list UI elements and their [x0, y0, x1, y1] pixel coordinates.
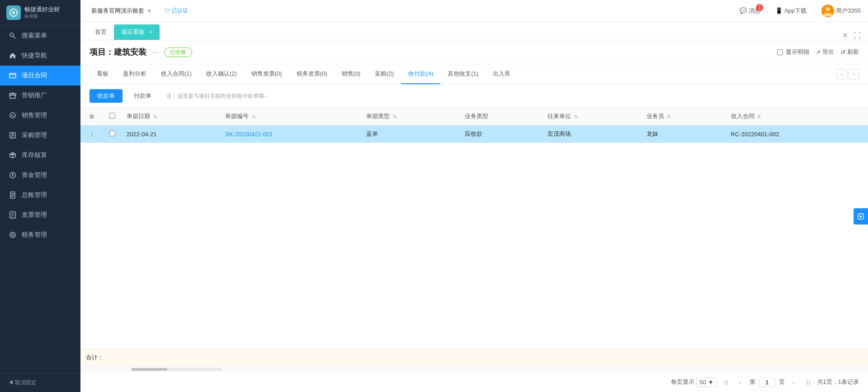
- account-selector[interactable]: 新服务官网演示账套 ▼: [88, 5, 156, 17]
- first-page-button[interactable]: ⟨⟨: [721, 377, 731, 387]
- row-counterparty: 宏茂商场: [542, 125, 641, 143]
- tab-home[interactable]: 首页: [88, 24, 114, 40]
- tab-bar: 首页 项目看板 × ✕ ⛶: [80, 22, 868, 40]
- project-name: 建筑安装: [114, 48, 146, 57]
- th-salesperson[interactable]: 业务员 ⇅: [641, 108, 726, 125]
- inner-tab-payment[interactable]: 付款单: [126, 89, 159, 103]
- export-label: 导出: [822, 48, 834, 56]
- subtab-kanban[interactable]: 看板: [90, 64, 116, 84]
- float-action-area: [854, 208, 868, 225]
- message-button[interactable]: 💬 消息 1: [740, 7, 760, 15]
- maximize-window-button[interactable]: ⛶: [854, 32, 861, 40]
- subtab-profit[interactable]: 盈利分析: [116, 64, 154, 84]
- sidebar-nav: 搜索菜单 快捷导航 项目合同 营销推广 销售管理: [0, 26, 80, 373]
- content: 项目：建筑安装 ··· 已生效 显示明细 ↗ 导出 ↺ 刷新: [80, 40, 868, 392]
- inner-tab-receipt[interactable]: 收款单: [90, 89, 123, 103]
- subtab-purchase[interactable]: 采购(2): [368, 64, 401, 84]
- show-detail-checkbox[interactable]: 显示明细: [777, 48, 809, 56]
- th-counterparty[interactable]: 往来单位 ⇅: [542, 108, 641, 125]
- table-row[interactable]: 1 2022-04-21 SK-20220421-001 蓝单 应收款 宏茂商场: [80, 125, 868, 143]
- subtabs: 看板 盈利分析 收入合同(1) 收入确认(2) 销售发票(0) 税务发票(0): [80, 64, 868, 85]
- float-action-button[interactable]: [854, 208, 868, 225]
- account-name: 新服务官网演示账套: [91, 7, 144, 15]
- scrollbar-thumb[interactable]: [131, 368, 167, 371]
- svg-rect-6: [10, 95, 15, 98]
- sort-type-icon: ⇅: [393, 114, 396, 119]
- total-info: 共1页，1条记录: [817, 378, 859, 386]
- subtab-other[interactable]: 其他收支(1): [440, 64, 486, 84]
- last-page-button[interactable]: ⟩⟩: [803, 377, 814, 387]
- project-more-button[interactable]: ···: [152, 48, 159, 57]
- sidebar: 畅捷通好业财 标准版 搜索菜单 快捷导航 项目合同 营销推广: [0, 0, 80, 392]
- th-number[interactable]: 单据编号 ⇅: [220, 108, 361, 125]
- prev-page-button[interactable]: ‹: [735, 377, 746, 387]
- invoice-icon: [8, 210, 17, 220]
- tab-project-board[interactable]: 项目看板 ×: [114, 24, 160, 40]
- gift-icon: [8, 91, 17, 100]
- sidebar-item-ledger[interactable]: 总账管理: [0, 185, 80, 205]
- th-settings[interactable]: ⚙: [80, 108, 103, 125]
- sidebar-item-purchase[interactable]: 采购管理: [0, 125, 80, 145]
- data-table: ⚙ 单据日期 ⇅ 单据编号 ⇅: [80, 108, 868, 143]
- subtab-income-confirm[interactable]: 收入确认(2): [199, 64, 244, 84]
- subtab-income-contract[interactable]: 收入合同(1): [154, 64, 199, 84]
- table-container: ⚙ 单据日期 ⇅ 单据编号 ⇅: [80, 108, 868, 349]
- sort-contract-icon: ⇅: [757, 114, 761, 119]
- sidebar-item-inventory[interactable]: 库存核算: [0, 145, 80, 165]
- user-button[interactable]: 用户3355: [821, 5, 861, 17]
- per-page-dropdown[interactable]: 50 ▼: [696, 378, 717, 387]
- sidebar-item-fund[interactable]: 资金管理: [0, 165, 80, 185]
- subtab-inout[interactable]: 出入库: [486, 64, 518, 84]
- subtab-prev-button[interactable]: ‹: [836, 69, 847, 80]
- message-badge: 1: [756, 4, 763, 11]
- subtab-tax-invoice[interactable]: 税务发票(0): [289, 64, 335, 84]
- sidebar-item-invoice[interactable]: 发票管理: [0, 205, 80, 225]
- row-select-checkbox[interactable]: [109, 130, 115, 136]
- subtab-sales[interactable]: 销售(0): [335, 64, 368, 84]
- horizontal-scrollbar[interactable]: [80, 366, 868, 372]
- row-date: 2022-04-21: [121, 125, 220, 143]
- app-download-button[interactable]: 📱 App下载: [775, 7, 807, 15]
- sort-counterparty-icon: ⇅: [574, 114, 578, 119]
- select-all-checkbox[interactable]: [109, 113, 115, 119]
- sidebar-item-search-label: 搜索菜单: [22, 32, 47, 40]
- page-number-input[interactable]: [759, 378, 775, 387]
- next-page-button[interactable]: ›: [788, 377, 799, 387]
- row-number[interactable]: SK-20220421-001: [220, 125, 361, 143]
- refresh-icon: ↺: [840, 49, 845, 56]
- export-button[interactable]: ↗ 导出: [816, 48, 834, 56]
- subtab-next-button[interactable]: ›: [848, 69, 859, 80]
- subtab-receipt[interactable]: 收付款(4): [401, 64, 440, 84]
- show-detail-label: 显示明细: [786, 48, 809, 56]
- row-index: 1: [80, 125, 103, 143]
- refresh-button[interactable]: ↺ 刷新: [840, 48, 859, 56]
- edit-icon: [857, 213, 864, 220]
- sidebar-item-marketing[interactable]: 营销推广: [0, 86, 80, 105]
- th-type[interactable]: 单据类型 ⇅: [361, 108, 459, 125]
- tab-close-icon[interactable]: ×: [149, 29, 153, 35]
- sidebar-item-ledger-label: 总账管理: [22, 191, 47, 199]
- settings-icon[interactable]: ⚙: [89, 113, 94, 120]
- page-label: 第: [750, 378, 755, 386]
- sidebar-item-invoice-label: 发票管理: [22, 211, 47, 219]
- sidebar-item-inventory-label: 库存核算: [22, 151, 47, 159]
- sidebar-item-tax[interactable]: 税务管理: [0, 225, 80, 245]
- sidebar-item-sales-label: 销售管理: [22, 111, 47, 120]
- sidebar-item-project[interactable]: 项目合同: [0, 66, 80, 86]
- show-detail-input[interactable]: [777, 49, 783, 55]
- document-link[interactable]: SK-20220421-001: [225, 131, 273, 138]
- sidebar-item-sales[interactable]: 销售管理: [0, 105, 80, 125]
- unpin-button[interactable]: ◀ 取消固定: [0, 373, 80, 392]
- th-income-contract[interactable]: 收入合同 ⇅: [726, 108, 868, 125]
- sidebar-item-marketing-label: 营销推广: [22, 91, 47, 100]
- page-size-selector: 每页显示 50 ▼: [671, 378, 717, 387]
- sidebar-item-search[interactable]: 搜索菜单: [0, 26, 80, 46]
- subtab-sales-invoice[interactable]: 销售发票(0): [244, 64, 289, 84]
- refresh-label: 刷新: [847, 48, 859, 56]
- home-icon: [8, 51, 17, 60]
- close-window-button[interactable]: ✕: [842, 31, 848, 40]
- app-logo: [6, 5, 21, 20]
- sidebar-item-quicknav[interactable]: 快捷导航: [0, 46, 80, 66]
- certified-badge: 🛡 已认证: [165, 7, 188, 14]
- th-date[interactable]: 单据日期 ⇅: [121, 108, 220, 125]
